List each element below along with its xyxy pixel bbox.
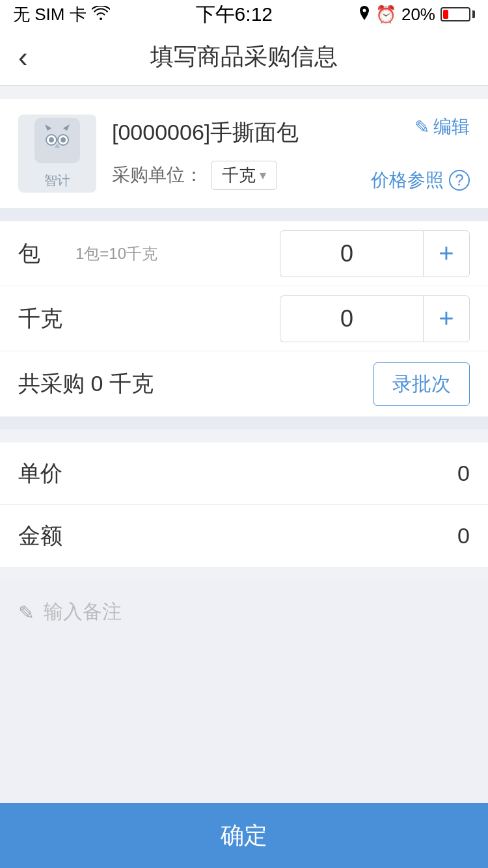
unit-price-value: 0: [457, 461, 470, 486]
kg-input-row: 千克 +: [0, 286, 488, 351]
unit-value: 千克: [222, 164, 256, 187]
amount-row: 金额 0: [0, 505, 488, 567]
svg-point-4: [49, 137, 54, 142]
carrier-text: 无 SIM 卡: [13, 3, 87, 26]
status-bar: 无 SIM 卡 下午6:12 ⏰ 20%: [0, 0, 488, 29]
status-bar-left: 无 SIM 卡: [13, 3, 110, 26]
kg-plus-button[interactable]: +: [423, 295, 470, 342]
bag-quantity-input[interactable]: [280, 230, 423, 277]
batch-button[interactable]: 录批次: [373, 362, 470, 406]
unit-select[interactable]: 千克 ▾: [211, 161, 277, 190]
nav-bar: ‹ 填写商品采购信息: [0, 29, 488, 86]
wifi-icon: [92, 5, 110, 25]
unit-price-row: 单价 0: [0, 442, 488, 505]
section-divider-2: [0, 416, 488, 429]
kg-label: 千克: [18, 304, 70, 334]
logo-text: 智计: [34, 172, 80, 189]
status-bar-right: ⏰ 20%: [359, 5, 475, 25]
info-section: 单价 0 金额 0: [0, 442, 488, 567]
back-button[interactable]: ‹: [18, 43, 28, 72]
battery-icon: [441, 7, 475, 21]
bag-plus-button[interactable]: +: [423, 230, 470, 277]
price-ref-label: 价格参照: [371, 168, 444, 193]
kg-input-right: +: [280, 295, 470, 342]
confirm-label: 确定: [221, 820, 267, 852]
page-title: 填写商品采购信息: [150, 41, 338, 73]
product-image: 智计: [18, 115, 96, 193]
location-icon: [359, 5, 370, 25]
alarm-icon: ⏰: [375, 5, 396, 25]
summary-row: 共采购 0 千克 录批次: [0, 351, 488, 416]
notes-section[interactable]: ✎ 输入备注: [0, 580, 488, 645]
edit-icon: ✎: [414, 116, 429, 138]
notes-placeholder: 输入备注: [44, 599, 122, 625]
section-divider-1: [0, 208, 488, 221]
svg-point-0: [362, 8, 366, 12]
svg-rect-1: [34, 118, 80, 163]
price-ref-button[interactable]: 价格参照 ?: [371, 168, 470, 193]
confirm-button[interactable]: 确定: [0, 803, 488, 868]
pencil-icon: ✎: [18, 601, 34, 624]
svg-point-5: [61, 137, 66, 142]
unit-label: 采购单位：: [112, 163, 203, 187]
edit-button[interactable]: ✎ 编辑: [414, 115, 470, 139]
input-section: 包 1包=10千克 + 千克 +: [0, 221, 488, 351]
amount-label: 金额: [18, 521, 62, 551]
bag-input-row: 包 1包=10千克 +: [0, 221, 488, 286]
bag-input-right: +: [280, 230, 470, 277]
chevron-down-icon: ▾: [260, 167, 266, 183]
amount-value: 0: [457, 523, 470, 549]
kg-quantity-input[interactable]: [280, 295, 423, 342]
unit-price-label: 单价: [18, 459, 62, 489]
battery-percent: 20%: [401, 5, 435, 25]
status-bar-time: 下午6:12: [196, 1, 273, 28]
question-icon: ?: [449, 170, 470, 191]
summary-text: 共采购 0 千克: [18, 369, 154, 399]
bag-label: 包: [18, 239, 70, 269]
edit-label: 编辑: [433, 115, 470, 139]
bag-sublabel: 1包=10千克: [75, 243, 157, 264]
product-card: 智计 [0000006]手撕面包 采购单位： 千克 ▾ ✎ 编辑 价格参照 ?: [0, 99, 488, 208]
